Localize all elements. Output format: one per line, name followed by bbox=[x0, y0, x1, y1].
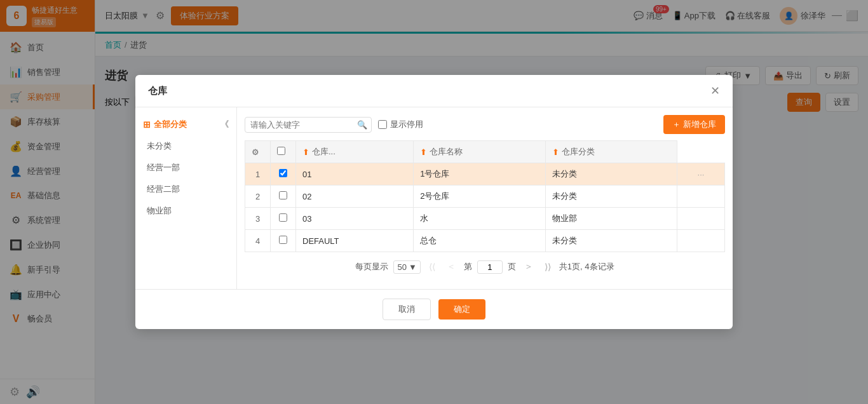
show-disabled-checkbox[interactable] bbox=[378, 120, 387, 129]
settings-icon[interactable]: ⚙ bbox=[252, 147, 259, 157]
cancel-button[interactable]: 取消 bbox=[383, 299, 431, 320]
next-page-btn[interactable]: ＞ bbox=[521, 260, 536, 274]
last-page-btn[interactable]: ⟩⟩ bbox=[541, 260, 554, 273]
select-all-checkbox[interactable] bbox=[277, 147, 285, 155]
pagination: 每页显示 50 ▼ ⟨⟨ ＜ 第 页 ＞ ⟩⟩ 共1页, 4条记录 bbox=[245, 252, 725, 281]
row-num: 2 bbox=[245, 185, 271, 208]
dialog-footer: 取消 确定 bbox=[135, 289, 733, 329]
row-num: 1 bbox=[245, 163, 271, 185]
row-actions[interactable] bbox=[677, 208, 724, 230]
add-warehouse-button[interactable]: ＋ 新增仓库 bbox=[663, 115, 725, 134]
cat-item-property[interactable]: 物业部 bbox=[135, 200, 236, 222]
row-category: 未分类 bbox=[545, 185, 677, 208]
row-num: 4 bbox=[245, 230, 271, 252]
search-box[interactable]: 🔍 bbox=[245, 117, 372, 133]
dialog-body: ⊞ 全部分类 《 未分类 经营一部 经营二部 物业部 🔍 bbox=[135, 107, 733, 289]
dialog-overlay: 仓库 ✕ ⊞ 全部分类 《 未分类 经营一部 经营二部 物业部 bbox=[0, 0, 868, 404]
page-number-input[interactable] bbox=[477, 260, 503, 274]
category-header: ⊞ 全部分类 《 bbox=[135, 114, 236, 135]
table-toolbar: 🔍 显示停用 ＋ 新增仓库 bbox=[245, 115, 725, 134]
page-size-select[interactable]: 50 ▼ bbox=[393, 260, 420, 274]
search-input[interactable] bbox=[250, 120, 357, 130]
col-code: ⬆ 仓库... bbox=[296, 141, 414, 163]
category-collapse-icon[interactable]: 《 bbox=[220, 119, 229, 130]
row-name: 1号仓库 bbox=[414, 163, 545, 185]
row-category: 未分类 bbox=[545, 230, 677, 252]
cat-item-ops1[interactable]: 经营一部 bbox=[135, 157, 236, 178]
category-sidebar: ⊞ 全部分类 《 未分类 经营一部 经营二部 物业部 bbox=[135, 107, 237, 289]
show-disabled-label: 显示停用 bbox=[378, 119, 423, 130]
prev-page-btn[interactable]: ＜ bbox=[444, 260, 459, 274]
row-code: DEFAULT bbox=[296, 230, 414, 252]
row-actions[interactable]: ··· bbox=[677, 163, 724, 185]
col-settings: ⚙ bbox=[245, 141, 271, 163]
row-checkbox[interactable] bbox=[271, 208, 296, 230]
dialog-header: 仓库 ✕ bbox=[135, 75, 733, 107]
col-checkbox bbox=[271, 141, 296, 163]
table-container: ⚙ ⬆ 仓库... bbox=[245, 140, 725, 252]
row-category: 物业部 bbox=[545, 208, 677, 230]
confirm-button[interactable]: 确定 bbox=[438, 299, 485, 320]
dialog-close-button[interactable]: ✕ bbox=[710, 84, 720, 98]
category-header-label: 全部分类 bbox=[154, 119, 187, 130]
table-row[interactable]: 3 03 水 物业部 bbox=[245, 208, 725, 230]
sort-icon3: ⬆ bbox=[552, 147, 559, 157]
dialog-title: 仓库 bbox=[148, 85, 167, 97]
cat-item-unclassified[interactable]: 未分类 bbox=[135, 135, 236, 157]
search-icon[interactable]: 🔍 bbox=[357, 120, 367, 130]
warehouse-table: ⚙ ⬆ 仓库... bbox=[245, 140, 725, 252]
row-checkbox[interactable] bbox=[271, 185, 296, 208]
col-category: ⬆ 仓库分类 bbox=[545, 141, 677, 163]
table-row[interactable]: 4 DEFAULT 总仓 未分类 bbox=[245, 230, 725, 252]
grid-icon: ⊞ bbox=[143, 119, 151, 130]
row-checkbox[interactable] bbox=[271, 163, 296, 185]
row-name: 水 bbox=[414, 208, 545, 230]
warehouse-dialog: 仓库 ✕ ⊞ 全部分类 《 未分类 经营一部 经营二部 物业部 bbox=[135, 75, 733, 329]
row-category: 未分类 bbox=[545, 163, 677, 185]
sort-icon2: ⬆ bbox=[420, 147, 427, 157]
row-code: 01 bbox=[296, 163, 414, 185]
row-num: 3 bbox=[245, 208, 271, 230]
row-code: 02 bbox=[296, 185, 414, 208]
cat-item-ops2[interactable]: 经营二部 bbox=[135, 178, 236, 200]
table-area: 🔍 显示停用 ＋ 新增仓库 ⚙ bbox=[237, 107, 733, 289]
row-checkbox[interactable] bbox=[271, 230, 296, 252]
table-row[interactable]: 2 02 2号仓库 未分类 bbox=[245, 185, 725, 208]
row-actions[interactable] bbox=[677, 185, 724, 208]
table-row[interactable]: 1 01 1号仓库 未分类 ··· bbox=[245, 163, 725, 185]
first-page-btn[interactable]: ⟨⟨ bbox=[426, 260, 438, 273]
row-name: 总仓 bbox=[414, 230, 545, 252]
row-name: 2号仓库 bbox=[414, 185, 545, 208]
row-code: 03 bbox=[296, 208, 414, 230]
row-actions[interactable] bbox=[677, 230, 724, 252]
col-name: ⬆ 仓库名称 bbox=[414, 141, 545, 163]
sort-icon: ⬆ bbox=[302, 147, 309, 157]
